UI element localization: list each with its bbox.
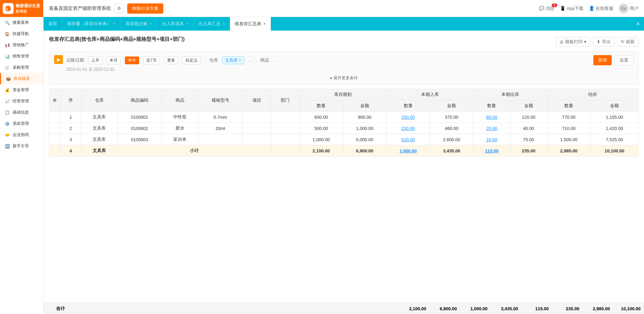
content-area: 收发存汇总表(按仓库+商品编码+商品+规格型号+项目+部门) 🖨 模板打印 ▾ … [44,31,644,303]
table-row: 2 文具库 0100002 胶水 20ml 500.00 1,000.00 23… [49,123,639,134]
tab-batch[interactable]: 库存批次账 × [121,17,157,31]
date-btn-this-year[interactable]: 本年 [125,56,139,64]
collab-icon: 🤝 [5,133,10,137]
sidebar-purchase-label: 采购管理 [13,65,29,70]
tab-recv-send-close[interactable]: × [263,21,266,26]
row-in-qty[interactable]: 230.00 [386,123,430,134]
date-btn-more[interactable]: 更多 [164,56,178,64]
operations-icon: 📈 [5,99,10,104]
total-closing-amount: 10,100.00 [610,306,641,311]
print-button[interactable]: 🖨 模板打印 ▾ [556,37,590,47]
col-out-amount: 金额 [510,100,547,112]
app-download-action[interactable]: 📱 App下载 [560,5,583,12]
sidebar-item-basic[interactable]: 📋 基础信息 [0,107,43,118]
sidebar-item-inventory[interactable]: 📦 库存核算 [0,73,43,84]
sidebar-search-label: 搜索菜单 [13,20,29,26]
row-project [243,112,271,123]
system-icon: ⚙️ [5,121,10,126]
col-group-out: 本期出库 [473,89,547,100]
tab-home[interactable]: 首页 [44,17,62,31]
divider [205,57,205,64]
expand-label: 展开更多条件 [333,75,358,81]
tab-inventory-dist-close[interactable]: × [113,21,116,26]
date-btn-last-month[interactable]: 上月 [88,56,102,64]
sidebar-item-quicknav[interactable]: 🏠 快捷导航 [0,28,43,39]
top-header: 装备及固定资产辅助管理系统 ⚙ 体验行业方案 💬 消息 6 📱 App下载 👤 … [44,0,644,17]
subtotal-settings [49,145,61,156]
row-opening-qty: 1,000.00 [299,134,343,145]
refresh-button[interactable]: ↻ 刷新 [617,37,639,47]
date-btn-custom[interactable]: 自定义 [182,56,201,64]
query-button[interactable]: 查询 [593,55,612,65]
tab-flow[interactable]: 出入库流水 × [157,17,194,31]
product-more[interactable]: ... [273,58,277,63]
row-closing-qty: 770.00 [547,112,591,123]
trial-button[interactable]: 体验行业方案 [127,3,163,14]
messages-action[interactable]: 💬 消息 6 [539,5,555,12]
subtotal-in-qty[interactable]: 1,000.00 [386,145,430,156]
column-settings-button[interactable]: 设置 [614,55,633,65]
subtotal-out-amount: 235.00 [510,145,547,156]
download-icon: 📱 [560,6,565,11]
logo-text: 畅捷通好生意 [16,3,40,9]
filter-toggle-arrow[interactable]: ▶ [54,55,63,64]
sidebar-item-marketing[interactable]: 📢 营销推广 [0,39,43,51]
sidebar-item-system[interactable]: ⚙️ 系统管理 [0,118,43,129]
warehouse-tag-close[interactable]: × [239,58,241,63]
total-label: 合计 [47,305,74,312]
online-service-action[interactable]: 👤 在线客服 [589,5,613,12]
tabs-close-all[interactable]: × [632,20,644,28]
row-out-qty[interactable]: 80.00 [473,112,510,123]
row-product-name: 中性笔 [162,112,198,123]
row-project [243,134,271,145]
sidebar-item-finance[interactable]: 💰 资金管理 [0,84,43,96]
table-row: 1 文具库 0100001 中性笔 0.7mm 600.00 900.00 25… [49,112,639,123]
sidebar-item-search[interactable]: 🔍 搜索菜单 [0,17,43,28]
row-product-name: 采访本 [162,134,198,145]
tab-recv-send[interactable]: 收发存汇总表 × [230,17,271,31]
subtotal-out-qty[interactable]: 115.00 [473,145,510,156]
sidebar-item-collab[interactable]: 🤝 企业协同 [0,129,43,141]
user-action[interactable]: Ea 用户 [619,4,639,13]
tabs-bar: 首页 现存量（库存分布表） × 库存批次账 × 出入库流水 × 出入库汇总 × … [44,17,644,31]
row-settings [49,123,61,134]
row-in-qty[interactable]: 520.00 [386,134,430,145]
tab-summary[interactable]: 出入库汇总 × [194,17,230,31]
warehouse-more[interactable]: ... [248,58,252,63]
row-closing-qty: 1,505.00 [547,134,591,145]
subtotal-label: 小计 [117,145,271,156]
export-button[interactable]: ⬇ 导出 [593,37,614,47]
sidebar-item-guide[interactable]: 🆕 新手引导 [0,141,43,152]
date-btn-this-month[interactable]: 本月 [106,56,121,64]
tab-inventory-dist[interactable]: 现存量（库存分布表） × [62,17,121,31]
col-in-amount: 金额 [430,100,474,112]
sidebar-item-operations[interactable]: 📈 经营管理 [0,96,43,107]
page-title: 收发存汇总表(按仓库+商品编码+商品+规格型号+项目+部门) [49,36,185,43]
col-warehouse: 仓库 [81,89,117,112]
expand-icon: ▾ [330,76,332,81]
sidebar-item-purchase[interactable]: 🛒 采购管理 [0,62,43,73]
row-out-qty[interactable]: 15.00 [473,134,510,145]
date-btn-7days[interactable]: 近7天 [143,56,160,64]
col-opening-qty: 数量 [299,100,343,112]
row-product-code: 0100001 [117,112,162,123]
expand-button[interactable]: ▾ 展开更多条件 [54,75,633,81]
warehouse-tag-text: 文具库 [225,57,237,63]
main-area: 装备及固定资产辅助管理系统 ⚙ 体验行业方案 💬 消息 6 📱 App下载 👤 … [44,0,644,314]
tab-summary-close[interactable]: × [222,21,225,26]
col-in-qty: 数量 [386,100,430,112]
row-in-qty[interactable]: 250.00 [386,112,430,123]
row-closing-amount: 1,420.00 [591,123,639,134]
tab-flow-close[interactable]: × [186,21,188,26]
quicknav-icon: 🏠 [5,32,10,36]
marketing-icon: 📢 [5,43,10,48]
total-closing-qty: 2,985.00 [579,306,610,311]
subtotal-in-amount: 3,435.00 [430,145,474,156]
app-download-label: App下载 [567,5,583,12]
row-out-amount: 120.00 [510,112,547,123]
sidebar-item-sales[interactable]: 📊 销售管理 [0,51,43,62]
settings-icon-btn[interactable]: ⚙ [114,4,124,13]
row-out-qty[interactable]: 20.00 [473,123,510,134]
tab-batch-label: 库存批次账 [126,21,148,27]
tab-batch-close[interactable]: × [150,21,152,26]
